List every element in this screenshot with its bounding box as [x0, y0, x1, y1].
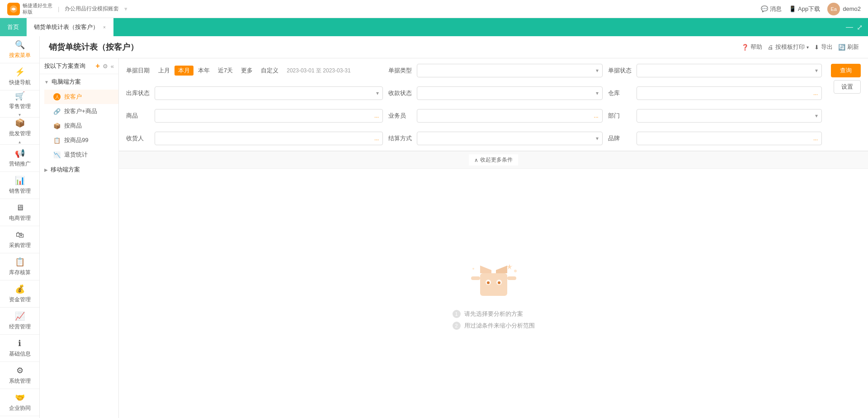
- minimize-window-icon[interactable]: —: [846, 23, 853, 31]
- action-buttons: 查询 设置: [831, 64, 861, 94]
- scheme-item-by-goods-99[interactable]: 📋 按商品99: [44, 133, 118, 147]
- sidebar-item-quicknav[interactable]: ⚡ 快捷导航: [0, 63, 39, 90]
- collapse-button[interactable]: ∧ 收起更多条件: [469, 154, 518, 166]
- message-icon: 💬: [761, 5, 768, 12]
- desktop-scheme-section: ▼ 电脑端方案 人 按客户 🔗 按客户+商品: [40, 74, 118, 162]
- svg-point-4: [487, 281, 490, 284]
- sidebar-item-purchase[interactable]: 🛍 采购管理: [0, 226, 39, 253]
- marketing-icon: 📢: [15, 148, 25, 158]
- maximize-window-icon[interactable]: ⤢: [857, 23, 863, 32]
- scheme-panel-header-icons: + ⚙ «: [95, 62, 114, 70]
- scheme-settings-icon[interactable]: ⚙: [103, 63, 108, 70]
- department-input[interactable]: ▾: [637, 109, 822, 123]
- help-button[interactable]: ❓ 帮助: [741, 43, 762, 51]
- date-shortcuts: 上月 本月 本年 近7天 更多 自定义 2023-03-01 至 2023-03…: [155, 66, 351, 76]
- filter-area: 按以下方案查询 + ⚙ « ▼ 电脑端方案: [40, 58, 868, 418]
- payment-status-input[interactable]: ▾: [417, 86, 602, 100]
- print-button[interactable]: 🖨 按模板打印 ▾: [768, 43, 809, 51]
- close-tab-icon[interactable]: ×: [103, 25, 106, 30]
- page-header-actions: ❓ 帮助 🖨 按模板打印 ▾ ⬇ 导出 🔄 刷新: [741, 43, 859, 51]
- by-customer-goods-icon: 🔗: [53, 108, 61, 115]
- sidebar-item-enterprise[interactable]: 🤝 企业协同: [0, 389, 39, 416]
- desktop-section-arrow: ▼: [44, 80, 49, 85]
- sidebar-item-system[interactable]: ⚙ 系统管理: [0, 362, 39, 389]
- refresh-icon: 🔄: [838, 44, 845, 51]
- settings-button[interactable]: 设置: [834, 80, 861, 94]
- mobile-section-title[interactable]: ▶ 移动端方案: [40, 162, 118, 177]
- warehouse-input[interactable]: ...: [637, 86, 822, 100]
- refresh-button[interactable]: 🔄 刷新: [838, 43, 859, 51]
- shortcut-more[interactable]: 更多: [237, 66, 256, 76]
- scheme-item-by-customer-goods[interactable]: 🔗 按客户+商品: [44, 104, 118, 119]
- by-goods-99-icon: 📋: [53, 137, 61, 144]
- empty-state-icon: [467, 257, 521, 303]
- avatar: Ea: [827, 3, 840, 15]
- query-button[interactable]: 查询: [831, 64, 861, 77]
- shortcut-custom[interactable]: 自定义: [257, 66, 282, 76]
- desktop-section-title[interactable]: ▼ 电脑端方案: [40, 74, 118, 90]
- shortcut-last-month[interactable]: 上月: [155, 66, 174, 76]
- sidebar-item-retail[interactable]: 🛒 零售管理 ▾: [0, 90, 39, 118]
- download-icon: 📱: [789, 5, 796, 12]
- sidebar-item-search[interactable]: 🔍 搜索菜单: [0, 36, 39, 63]
- sidebar-item-inventory[interactable]: 📋 库存核算: [0, 253, 39, 280]
- page-title: 销货单统计表（按客户）: [49, 42, 138, 52]
- scheme-collapse-icon[interactable]: «: [111, 63, 114, 70]
- scheme-add-icon[interactable]: +: [95, 62, 99, 70]
- print-dropdown-icon: ▾: [807, 45, 809, 50]
- settlement-input[interactable]: ▾: [417, 132, 602, 145]
- collapse-row: ∧ 收起更多条件: [119, 151, 868, 169]
- shortcut-last-7[interactable]: 近7天: [214, 66, 236, 76]
- inventory-icon: 📋: [15, 257, 25, 267]
- goods-input[interactable]: ...: [155, 109, 383, 123]
- export-button[interactable]: ⬇ 导出: [814, 43, 833, 51]
- order-status-dropdown-icon: ▾: [815, 67, 818, 74]
- user-area[interactable]: Ea demo2: [827, 3, 861, 15]
- tab-sales-stats[interactable]: 销货单统计表（按客户） ×: [27, 18, 113, 36]
- salesperson-more-icon: ...: [594, 113, 599, 119]
- date-field: 单据日期 上月 本月 本年 近7天 更多 自定义: [126, 66, 383, 76]
- payment-status-dropdown-icon: ▾: [596, 90, 599, 96]
- out-status-input[interactable]: ▾: [155, 86, 383, 100]
- sidebar-item-base[interactable]: ℹ 基础信息: [0, 335, 39, 362]
- scheme-item-by-customer[interactable]: 人 按客户: [44, 90, 118, 104]
- enterprise-icon: 🤝: [15, 393, 25, 403]
- app-download-button[interactable]: 📱 App下载: [789, 5, 820, 13]
- purchase-icon: 🛍: [16, 230, 24, 240]
- goods-field: 商品 ...: [126, 109, 383, 123]
- messages-button[interactable]: 💬 消息: [761, 5, 782, 13]
- sidebar-item-sales[interactable]: 📊 销售管理: [0, 172, 39, 199]
- page-header: 销货单统计表（按客户） ❓ 帮助 🖨 按模板打印 ▾ ⬇ 导出: [40, 36, 868, 58]
- filter-row-2: 出库状态 ▾ 收款状态: [126, 86, 822, 100]
- nav-tab-actions: — ⤢: [846, 23, 868, 32]
- filter-form: 单据日期 上月 本月 本年 近7天 更多 自定义: [119, 58, 868, 151]
- scheme-panel: 按以下方案查询 + ⚙ « ▼ 电脑端方案: [40, 58, 119, 418]
- svg-point-5: [498, 281, 500, 284]
- collapse-up-icon: ∧: [474, 157, 478, 163]
- sidebar-item-finance[interactable]: 💰 资金管理: [0, 280, 39, 308]
- warehouse-more-icon: ...: [813, 90, 818, 96]
- receiver-input[interactable]: ...: [155, 132, 383, 145]
- sidebar-item-newuser[interactable]: 🎯 新手引导: [0, 416, 39, 418]
- out-status-field: 出库状态 ▾: [126, 86, 383, 100]
- order-type-input[interactable]: ▾: [417, 64, 602, 77]
- sales-icon: 📊: [15, 176, 25, 185]
- tab-home[interactable]: 首页: [0, 18, 27, 36]
- date-range-display: 2023-03-01 至 2023-03-31: [287, 67, 350, 75]
- salesperson-input[interactable]: ...: [417, 109, 602, 123]
- svg-rect-1: [480, 273, 507, 296]
- sidebar-item-marketing[interactable]: 📢 营销推广: [0, 145, 39, 172]
- sidebar-item-operation[interactable]: 📈 经营管理: [0, 308, 39, 335]
- shortcut-this-year[interactable]: 本年: [194, 66, 213, 76]
- sidebar-item-wholesale[interactable]: 📦 批发管理 ▴: [0, 118, 39, 145]
- brand-input[interactable]: ...: [637, 132, 822, 145]
- order-status-input[interactable]: ▾: [637, 64, 822, 77]
- svg-rect-7: [507, 276, 516, 280]
- shortcut-this-month[interactable]: 本月: [175, 66, 193, 76]
- order-status-field: 单据状态 ▾: [608, 64, 822, 77]
- payment-status-field: 收款状态 ▾: [388, 86, 602, 100]
- scheme-item-by-goods[interactable]: 📦 按商品: [44, 119, 118, 133]
- scheme-item-return-stats[interactable]: 📉 退货统计: [44, 147, 118, 162]
- sidebar-item-ecommerce[interactable]: 🖥 电商管理: [0, 199, 39, 226]
- quicknav-icon: ⚡: [15, 67, 25, 77]
